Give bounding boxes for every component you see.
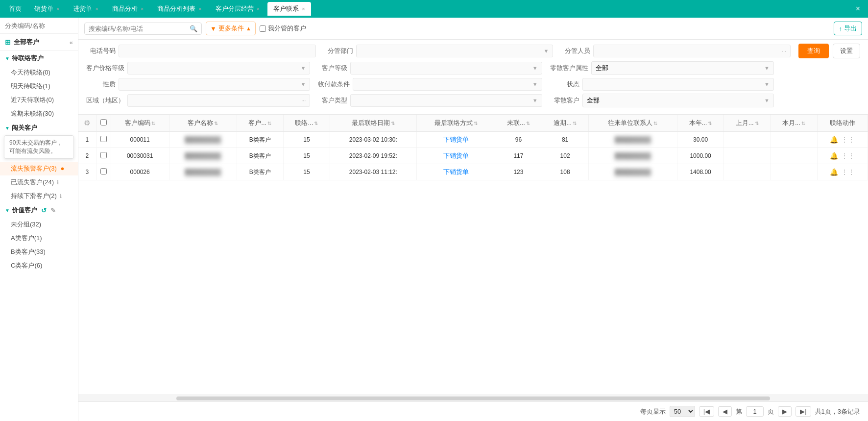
nav-tab-analysis-list[interactable]: 商品分析列表 ×: [151, 2, 207, 16]
customer-type-select[interactable]: ▼: [350, 94, 542, 107]
sidebar-item-overdue-contact[interactable]: 逾期未联络(30): [0, 107, 78, 121]
per-page-select[interactable]: 50 100 200: [670, 406, 695, 417]
sidebar-item-declining[interactable]: 持续下滑客户(2) ℹ: [0, 189, 78, 203]
sidebar-collapse-icon[interactable]: «: [70, 39, 73, 46]
col-header-last-date: 最后联络日期 ⇅: [330, 115, 417, 132]
nav-tab-purchase-close[interactable]: ×: [95, 6, 98, 12]
dept-select[interactable]: ▼: [356, 45, 554, 57]
nav-tab-analysis-close[interactable]: ×: [141, 6, 144, 12]
export-label: 导出: [844, 24, 857, 33]
row1-method-link[interactable]: 下销货单: [443, 136, 469, 143]
contact-sort[interactable]: 联络... ⇅: [287, 119, 327, 127]
last-month-sort[interactable]: 上月... ⇅: [727, 119, 767, 127]
row3-select[interactable]: [100, 168, 107, 174]
row2-select[interactable]: [100, 152, 107, 158]
query-button[interactable]: 查询: [798, 44, 829, 58]
zero-attr-arrow: ▼: [764, 65, 770, 71]
row2-more-icon[interactable]: ⋮⋮: [841, 152, 855, 160]
sidebar-item-c-class[interactable]: C类客户(6): [0, 259, 78, 272]
zero-attr-select[interactable]: 全部 ▼: [591, 61, 774, 75]
status-select[interactable]: ▼: [582, 78, 774, 91]
this-month-sort[interactable]: 本月... ⇅: [773, 119, 814, 127]
export-button[interactable]: ↑ 导出: [834, 22, 863, 35]
table-settings-icon[interactable]: ⚙: [84, 119, 90, 127]
price-tier-select[interactable]: ▼: [127, 62, 310, 74]
this-year-sort[interactable]: 本年... ⇅: [680, 119, 721, 127]
person-select[interactable]: ···: [593, 45, 791, 57]
row2-method-link[interactable]: 下销货单: [443, 152, 469, 159]
col-contact-person-label: 往来单位联系人: [608, 119, 652, 127]
sidebar-group-value[interactable]: ▼ 价值客户 ↺ ✎: [0, 203, 78, 218]
next-page-button[interactable]: ▶: [778, 406, 792, 417]
nature-select[interactable]: ▼: [119, 78, 310, 91]
payment-select[interactable]: ▼: [353, 78, 542, 91]
last-page-button[interactable]: ▶|: [796, 406, 811, 417]
row3-contact-icon[interactable]: 🔔: [830, 168, 838, 176]
more-conditions-button[interactable]: ▼ 更多条件 ▲: [206, 22, 256, 35]
row3-contact-blurred: ████████: [615, 169, 651, 174]
field-payment: 收付款条件 ▼: [318, 78, 542, 91]
sidebar-item-ungrouped[interactable]: 未分组(32): [0, 218, 78, 231]
region-dots[interactable]: ···: [301, 98, 306, 103]
nav-tab-customer-contact-close[interactable]: ×: [302, 6, 305, 12]
row3-uncontacted: 123: [495, 164, 542, 180]
my-customers-filter[interactable]: 我分管的客户: [260, 24, 306, 33]
last-date-sort[interactable]: 最后联络日期 ⇅: [333, 119, 413, 127]
sidebar-item-churn-warning[interactable]: 流失预警客户(3) ●: [0, 162, 78, 175]
nav-tab-sales[interactable]: 销货单 ×: [28, 2, 65, 16]
customer-level-select[interactable]: ▼: [350, 62, 542, 74]
type-sort[interactable]: 客户... ⇅: [240, 119, 280, 127]
main-search-input[interactable]: [89, 25, 187, 32]
phone-input[interactable]: [119, 45, 316, 57]
scrollbar-thumb[interactable]: [176, 396, 770, 400]
horizontal-scrollbar[interactable]: [78, 395, 868, 401]
region-select[interactable]: ···: [127, 94, 310, 107]
overdue-sort[interactable]: 逾期... ⇅: [545, 119, 585, 127]
sidebar-item-7days[interactable]: 近7天待联络(0): [0, 93, 78, 107]
sidebar-search-input[interactable]: [5, 22, 78, 29]
nav-tab-analysis[interactable]: 商品分析 ×: [106, 2, 149, 16]
window-close-button[interactable]: ×: [852, 4, 864, 13]
zero-customer-select[interactable]: 全部 ▼: [582, 94, 774, 107]
page-number-input[interactable]: 1: [746, 406, 764, 417]
nav-tab-purchase[interactable]: 进货单 ×: [67, 2, 104, 16]
sidebar-all-customers[interactable]: ⊞ 全部客户 «: [0, 34, 78, 51]
code-sort[interactable]: 客户编码 ⇅: [114, 119, 166, 127]
nav-tab-customer-layer[interactable]: 客户分层经营 ×: [210, 2, 265, 16]
row3-more-icon[interactable]: ⋮⋮: [841, 168, 855, 176]
select-all-checkbox[interactable]: [100, 119, 107, 125]
pagination-bar: 每页显示 50 100 200 |◀ ◀ 第 1 页 ▶ ▶| 共1页，3条记录: [78, 401, 868, 421]
sidebar-item-tomorrow[interactable]: 明天待联络(1): [0, 79, 78, 93]
my-customers-checkbox[interactable]: [260, 25, 266, 32]
nav-tab-customer-layer-close[interactable]: ×: [257, 6, 260, 12]
nav-tab-sales-close[interactable]: ×: [56, 6, 59, 12]
first-page-button[interactable]: |◀: [699, 406, 714, 417]
sidebar-item-b-class[interactable]: B类客户(33): [0, 245, 78, 259]
row1-contact-icon[interactable]: 🔔: [830, 136, 838, 144]
uncontacted-sort[interactable]: 未联... ⇅: [498, 119, 538, 127]
row1-select[interactable]: [100, 136, 107, 142]
sidebar-group-churn[interactable]: ▼ 闯关客户: [0, 121, 78, 135]
total-info: 共1页，3条记录: [815, 407, 860, 416]
row1-more-icon[interactable]: ⋮⋮: [841, 136, 855, 144]
refresh-icon[interactable]: ↺: [41, 207, 47, 214]
nav-tab-customer-contact[interactable]: 客户联系 ×: [267, 2, 311, 16]
more-conditions-label: 更多条件: [218, 24, 244, 33]
settings-button[interactable]: 设置: [833, 44, 860, 58]
sidebar-group-pending[interactable]: ▼ 待联络客户: [0, 51, 78, 66]
contact-person-sort[interactable]: 往来单位联系人 ⇅: [592, 119, 674, 127]
row3-method-link[interactable]: 下销货单: [443, 168, 469, 175]
last-method-sort[interactable]: 最后联络方式 ⇅: [420, 119, 492, 127]
main-search-icon[interactable]: 🔍: [190, 25, 197, 32]
nav-home[interactable]: 首页: [4, 4, 26, 13]
sidebar-item-today[interactable]: 今天待联络(0): [0, 66, 78, 79]
name-sort[interactable]: 客户名称 ⇅: [172, 119, 234, 127]
row2-contact-icon[interactable]: 🔔: [830, 152, 838, 160]
sidebar-search-bar: 🔍: [0, 18, 78, 34]
sidebar-item-a-class[interactable]: A类客户(1): [0, 231, 78, 245]
adv-filter-row-2: 客户价格等级 ▼ 客户等级 ▼ 零散客户属性 全部 ▼: [86, 61, 860, 75]
sidebar-item-churned[interactable]: 已流失客户(24) ℹ: [0, 175, 78, 189]
prev-page-button[interactable]: ◀: [718, 406, 732, 417]
edit-icon[interactable]: ✎: [50, 207, 56, 214]
nav-tab-analysis-list-close[interactable]: ×: [198, 6, 201, 12]
